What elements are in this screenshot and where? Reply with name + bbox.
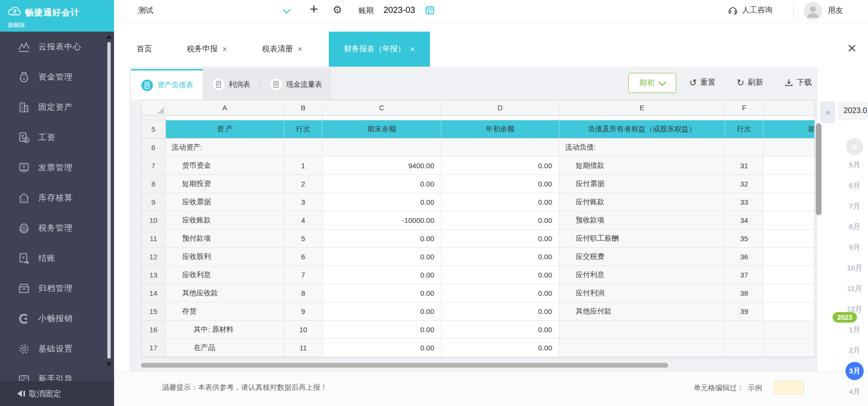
cell-liability-line-no[interactable]: [725, 139, 764, 157]
cell-asset-line-no[interactable]: 11: [284, 339, 323, 357]
cell-liability-ending-balance[interactable]: [764, 193, 815, 211]
cell-beginning-balance[interactable]: 0.00: [441, 284, 559, 302]
unpin-sidebar-button[interactable]: 取消固定: [0, 381, 114, 406]
collapse-rail-button[interactable]: »: [821, 102, 835, 123]
cell-liability-label[interactable]: [559, 339, 725, 357]
column-header-c[interactable]: C: [323, 100, 441, 116]
cell-beginning-balance[interactable]: 0.00: [441, 248, 559, 266]
reset-button[interactable]: ↺ 重置: [689, 76, 716, 89]
cell-asset-label[interactable]: 货币资金: [166, 157, 284, 175]
cell-liability-label[interactable]: 应付账款: [559, 193, 725, 211]
sidebar-item-cloud-reports[interactable]: 云报表中心: [0, 32, 114, 62]
sidebar-item-inventory[interactable]: 库存核算: [0, 183, 114, 213]
cell-liability-ending-balance[interactable]: [764, 175, 815, 193]
cell-asset-line-no[interactable]: 8: [284, 284, 323, 302]
header-beginning-balance[interactable]: 年初余额: [441, 120, 559, 139]
cell-beginning-balance[interactable]: [441, 139, 559, 157]
row-number[interactable]: 16: [141, 321, 166, 339]
cell-liability-label[interactable]: 短期借款: [559, 157, 725, 175]
row-number[interactable]: 6: [141, 139, 166, 157]
cell-liability-label[interactable]: 预收款项: [559, 211, 725, 230]
cell-beginning-balance[interactable]: 0.00: [441, 266, 559, 284]
cell-liability-label[interactable]: 应付职工薪酬: [559, 230, 725, 248]
header-line-no-2[interactable]: 行次: [725, 120, 764, 139]
tab-tax-filing[interactable]: 税务申报 ×: [187, 32, 227, 67]
close-icon[interactable]: ×: [298, 45, 302, 54]
cell-asset-line-no[interactable]: 10: [284, 321, 323, 339]
cell-beginning-balance[interactable]: 0.00: [441, 230, 559, 248]
cell-liability-label[interactable]: 流动负债:: [559, 139, 725, 157]
row-number[interactable]: 7: [141, 157, 166, 175]
row-number[interactable]: 12: [141, 248, 166, 266]
cell-beginning-balance[interactable]: 0.00: [441, 211, 559, 230]
row-number[interactable]: 17: [141, 339, 166, 357]
sidebar-item-invoices[interactable]: ¥ 发票管理: [0, 152, 114, 183]
cell-liability-ending-balance[interactable]: [764, 284, 815, 302]
sidebar-item-closing[interactable]: ¥ 结账: [0, 243, 114, 273]
cell-ending-balance[interactable]: 0.00: [323, 339, 441, 357]
tab-balance-sheet[interactable]: 资产负债表: [131, 69, 203, 100]
cell-ending-balance[interactable]: 0.00: [323, 284, 441, 302]
header-ending-balance-2[interactable]: 期末余额: [764, 120, 815, 139]
cell-liability-line-no[interactable]: 33: [725, 193, 764, 211]
refresh-button[interactable]: ↻ 刷新: [737, 76, 763, 89]
month-item[interactable]: 11月: [841, 278, 868, 299]
cell-liability-line-no[interactable]: [725, 339, 764, 357]
download-button[interactable]: 下载: [785, 76, 812, 89]
column-header-a[interactable]: A: [166, 100, 284, 116]
cell-asset-line-no[interactable]: 3: [284, 193, 323, 211]
horizontal-scrollbar-thumb[interactable]: [141, 363, 668, 368]
column-header-f[interactable]: F: [725, 100, 764, 116]
tab-financial-report-annual[interactable]: 财务报表（年报） ×: [329, 32, 430, 67]
live-support-link[interactable]: 人工咨询: [728, 5, 773, 15]
cell-liability-line-no[interactable]: [725, 321, 764, 339]
tab-home[interactable]: 首页: [137, 32, 152, 67]
sidebar-item-fixed-assets[interactable]: 固定资产: [0, 92, 114, 122]
month-item[interactable]: 4月: [841, 381, 868, 402]
avatar[interactable]: [804, 2, 822, 20]
cell-liability-label[interactable]: 应交税费: [559, 248, 725, 266]
sidebar-item-guide[interactable]: 新手引导: [0, 364, 114, 381]
header-liabilities-equity[interactable]: 负债及所有者权益（或股东权益）: [559, 120, 725, 139]
row-number[interactable]: 8: [141, 175, 166, 193]
column-header-b[interactable]: B: [284, 100, 323, 116]
sidebar-item-funds[interactable]: ¥ 资金管理: [0, 62, 114, 92]
row-number[interactable]: 15: [141, 302, 166, 321]
cell-asset-label[interactable]: 预付款项: [166, 230, 284, 248]
row-number[interactable]: 13: [141, 266, 166, 284]
cell-liability-line-no[interactable]: 37: [725, 266, 764, 284]
tab-cash-flow[interactable]: 现金流量表: [260, 69, 332, 100]
cell-liability-line-no[interactable]: 36: [725, 248, 764, 266]
cell-liability-line-no[interactable]: 38: [725, 284, 764, 302]
cell-liability-label[interactable]: 应付利润: [559, 284, 725, 302]
row-number[interactable]: 11: [141, 230, 166, 248]
cell-ending-balance[interactable]: 9400.00: [323, 157, 441, 175]
cell-liability-line-no[interactable]: 34: [725, 211, 764, 230]
month-item[interactable]: 5月: [841, 154, 868, 175]
cell-liability-ending-balance[interactable]: [764, 266, 815, 284]
row-number[interactable]: 10: [141, 211, 166, 230]
opening-period-button[interactable]: 期初: [628, 73, 676, 93]
cell-asset-label[interactable]: 应收票据: [166, 193, 284, 211]
month-item[interactable]: 8月: [841, 216, 868, 237]
cell-asset-label[interactable]: 应收利息: [166, 266, 284, 284]
cell-ending-balance[interactable]: 0.00: [323, 230, 441, 248]
cell-beginning-balance[interactable]: 0.00: [441, 193, 559, 211]
cell-liability-ending-balance[interactable]: [764, 211, 815, 230]
calendar-icon[interactable]: [425, 5, 435, 15]
cell-ending-balance[interactable]: 0.00: [323, 193, 441, 211]
month-item[interactable]: 7月: [841, 196, 868, 216]
cell-asset-line-no[interactable]: 5: [284, 230, 323, 248]
cell-ending-balance[interactable]: 0.00: [323, 175, 441, 193]
month-item[interactable]: 6月: [841, 175, 868, 196]
cell-liability-label[interactable]: 其他应付款: [559, 302, 725, 321]
close-page-icon[interactable]: ×: [847, 40, 856, 56]
cell-asset-line-no[interactable]: 6: [284, 248, 323, 266]
month-item[interactable]: 2月: [841, 340, 868, 360]
cell-liability-ending-balance[interactable]: [764, 248, 815, 266]
months-scroll-up-button[interactable]: [846, 138, 863, 155]
header-assets[interactable]: 资 产: [166, 120, 284, 139]
month-item[interactable]: 10月: [841, 257, 868, 278]
row-number[interactable]: 9: [141, 193, 166, 211]
cell-liability-ending-balance[interactable]: [764, 139, 815, 157]
